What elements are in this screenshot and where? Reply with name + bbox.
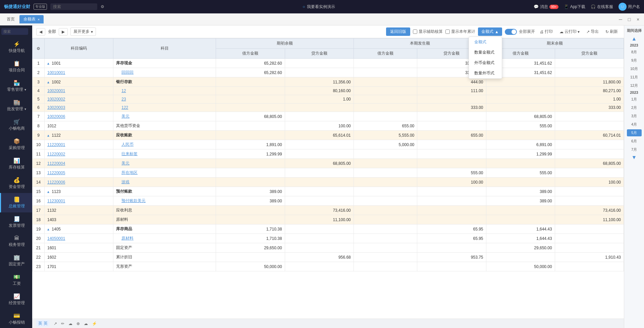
maximize-btn[interactable]: □	[626, 16, 633, 23]
return-old-btn[interactable]: 返回旧版	[386, 27, 410, 36]
translate-btn[interactable]: 英 英	[36, 320, 50, 327]
table-row[interactable]: 22 1602 累计折旧 956.68 953.75 1,910.43	[33, 253, 624, 262]
account-code-link[interactable]: 11220002	[47, 152, 65, 156]
table-row[interactable]: 19 ▴ 1405 库存商品 1,710.38 65.95 1,644.43	[33, 224, 624, 234]
sidebar-item-purchase[interactable]: 📦 采购管理	[0, 135, 32, 154]
table-row[interactable]: 11 11220002 往来标签 1,299.99 1,299.99	[33, 149, 624, 159]
demo-btn[interactable]: ○ 我要看实例演示	[303, 4, 335, 10]
table-row[interactable]: 23 1701 无形资产 50,000.00 50,000.00	[33, 262, 624, 271]
account-name-text[interactable]: 12	[116, 88, 126, 93]
top-bar-settings-icon[interactable]: ⚙	[101, 4, 104, 9]
account-name-text[interactable]: 所在地区	[116, 170, 138, 175]
show-assist-check[interactable]: 显示辅助核算	[413, 29, 443, 35]
table-row[interactable]: 10 11220001 人民币 1,891.00 5,000.00 6,891.…	[33, 140, 624, 149]
status-icon-2[interactable]: ✏	[61, 321, 64, 326]
sidebar-item-sales[interactable]: 💳 小畅报销	[0, 309, 32, 328]
account-code-link[interactable]: 10010001	[47, 70, 65, 75]
tab-home[interactable]: 首页	[3, 15, 19, 23]
table-row[interactable]: 3 ▴ 1002 银行存款 11,356.00 444.00 11,800.00	[33, 77, 624, 87]
nav-right-btn[interactable]: ▶	[59, 28, 68, 36]
print-btn[interactable]: 🖨 打印	[538, 28, 555, 36]
table-row[interactable]: 4 10020001 12 80,160.00 111.00 80,271.00	[33, 87, 624, 95]
expand-more-btn[interactable]: 展开更多 ▾	[70, 27, 96, 36]
export-btn[interactable]: ↗ 导出	[584, 28, 601, 36]
sidebar-item-accounting[interactable]: 📒 总账管理	[0, 193, 32, 212]
annual-checkbox[interactable]	[445, 29, 450, 34]
account-code-link[interactable]: 11220001	[47, 142, 65, 147]
month-8[interactable]: 8月	[627, 49, 642, 56]
sidebar-item-inventory[interactable]: 📊 库存核算	[0, 154, 32, 174]
format-option-amount[interactable]: 金额式	[469, 37, 502, 47]
nav-down-btn[interactable]: ▼	[632, 154, 637, 160]
sidebar-search-input[interactable]	[1, 28, 28, 35]
assist-checkbox[interactable]	[413, 29, 417, 34]
nav-up-btn[interactable]: ▲	[632, 36, 637, 42]
month-10[interactable]: 10月	[627, 65, 642, 72]
sidebar-item-assets[interactable]: 🏢 固定资产	[0, 251, 32, 270]
account-name-text[interactable]: 美元	[116, 161, 129, 166]
settings-header[interactable]: ⚙	[33, 39, 45, 59]
table-row[interactable]: 21 1601 固定资产 29,650.00 29,650.00	[33, 243, 624, 253]
sidebar-item-tax[interactable]: 🏛 税务管理	[0, 232, 32, 251]
format-dropdown-btn[interactable]: 金额式 ▲	[478, 27, 502, 36]
month-5[interactable]: 5月	[627, 129, 642, 136]
expand-all-toggle[interactable]: 全部展开	[505, 29, 535, 35]
table-row[interactable]: 15 ▴ 1123 预付账款 389.00 389.00	[33, 187, 624, 196]
month-2[interactable]: 2月	[627, 104, 642, 111]
table-row[interactable]: 12 11220004 美元 68,805.00 68,805.00	[33, 159, 624, 168]
month-6[interactable]: 6月	[627, 138, 642, 145]
nav-left-btn[interactable]: ◀	[36, 28, 45, 36]
account-name-text[interactable]: 23	[116, 97, 126, 102]
sidebar-item-invoice[interactable]: 🧾 发票管理	[0, 212, 32, 232]
month-4[interactable]: 4月	[627, 121, 642, 128]
account-code-link[interactable]: 14050001	[47, 236, 65, 241]
sidebar-item-retail[interactable]: 🏪 零售管理 ▾	[0, 76, 32, 96]
month-12[interactable]: 12月	[627, 82, 642, 89]
table-row[interactable]: 9 ▴ 1122 应收账款 65,614.01 5,555.00 655.00 …	[33, 131, 624, 140]
table-row[interactable]: 2 10010001 回回回 65,282.60 33,830.98 31,45…	[33, 68, 624, 77]
account-code-link[interactable]: 11230001	[47, 199, 65, 203]
account-name-text[interactable]: 回回回	[116, 70, 133, 75]
account-code-link[interactable]: 10020001	[47, 88, 65, 93]
format-option-qty-foreign[interactable]: 数量外币式	[469, 68, 502, 78]
format-option-qty-amount[interactable]: 数量金额式	[469, 47, 502, 58]
status-icon-5[interactable]: ☁	[84, 321, 88, 326]
account-code-link[interactable]: 11220005	[47, 171, 65, 175]
format-option-foreign[interactable]: 外币金额式	[469, 58, 502, 68]
sidebar-item-wholesale[interactable]: 🏬 批发管理 ▾	[0, 96, 32, 115]
table-row[interactable]: 8 1012 其他货币资金 100.00 655.00 555.00	[33, 121, 624, 131]
table-row[interactable]: 16 11230001 预付账款美元 389.00 389.00	[33, 196, 624, 206]
table-row[interactable]: 13 11220005 所在地区 555.00 555.00	[33, 168, 624, 178]
month-7[interactable]: 7月	[627, 146, 642, 153]
sidebar-item-operations[interactable]: 📈 经营管理	[0, 290, 32, 309]
account-name-text[interactable]: 原材料	[116, 236, 133, 241]
sidebar-item-ecommerce[interactable]: 🛒 小畅电商	[0, 115, 32, 135]
table-row[interactable]: 17 1132 应收利息 73,416.00 73,416.00	[33, 206, 624, 215]
top-bar-search[interactable]	[50, 3, 97, 10]
account-name-text[interactable]: 人民币	[116, 142, 133, 147]
month-1[interactable]: 1月	[627, 96, 642, 103]
refresh-btn[interactable]: ↻ 刷新	[603, 28, 620, 36]
message-btn[interactable]: 💬 消息 99+	[534, 4, 558, 10]
table-row[interactable]: 5 10020002 23 1.00 1.00	[33, 95, 624, 104]
account-code-link[interactable]: 11220006	[47, 180, 65, 185]
cloud-print-btn[interactable]: ☁ 云打印 ▾	[557, 28, 582, 36]
table-row[interactable]: 20 14050001 原材料 1,710.38 65.95 1,644.43	[33, 234, 624, 243]
month-11[interactable]: 11月	[627, 74, 642, 81]
account-code-link[interactable]: 10020006	[47, 114, 65, 119]
account-name-text[interactable]: 122	[116, 105, 128, 110]
user-btn[interactable]: U 用户名	[619, 3, 640, 11]
show-annual-check[interactable]: 显示本年累计	[445, 29, 475, 35]
table-row[interactable]: 14 11220006 游戏 100.00 100.00	[33, 178, 624, 187]
sidebar-item-quick-nav[interactable]: ⚡ 快捷导航	[0, 38, 32, 57]
account-name-text[interactable]: 游戏	[116, 180, 129, 184]
status-icon-6[interactable]: ⚡	[92, 321, 97, 326]
close-btn[interactable]: ×	[635, 16, 641, 23]
account-code-link[interactable]: 10020002	[47, 97, 65, 102]
account-name-text[interactable]: 往来标签	[116, 151, 138, 156]
account-name-text[interactable]: 美元	[116, 114, 129, 119]
table-row[interactable]: 18 1403 原材料 11,100.00 11,100.00	[33, 215, 624, 224]
month-3[interactable]: 3月	[627, 113, 642, 120]
month-9[interactable]: 9月	[627, 57, 642, 64]
account-code-link[interactable]: 10020003	[47, 105, 65, 110]
